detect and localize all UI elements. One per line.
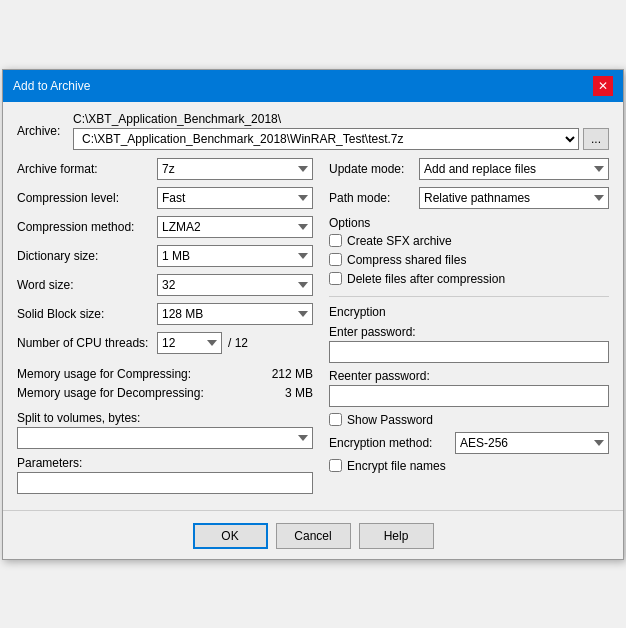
solid-block-row: Solid Block size: 128 MB: [17, 303, 313, 325]
word-size-select[interactable]: 32: [157, 274, 313, 296]
delete-after-checkbox[interactable]: [329, 272, 342, 285]
show-password-row: Show Password: [329, 413, 609, 427]
encrypt-names-label: Encrypt file names: [347, 459, 446, 473]
help-button[interactable]: Help: [359, 523, 434, 549]
enter-password-input[interactable]: [329, 341, 609, 363]
parameters-input[interactable]: [17, 472, 313, 494]
dictionary-size-select[interactable]: 1 MB: [157, 245, 313, 267]
word-size-row: Word size: 32: [17, 274, 313, 296]
memory-compress-row: Memory usage for Compressing: 212 MB: [17, 367, 313, 381]
encryption-section: Encryption Enter password: Reenter passw…: [329, 305, 609, 473]
encryption-method-select[interactable]: AES-256: [455, 432, 609, 454]
path-mode-row: Path mode: Relative pathnames: [329, 187, 609, 209]
dictionary-size-label: Dictionary size:: [17, 249, 157, 263]
compress-shared-checkbox[interactable]: [329, 253, 342, 266]
compression-level-select[interactable]: Fast: [157, 187, 313, 209]
memory-decompress-row: Memory usage for Decompressing: 3 MB: [17, 386, 313, 400]
archive-static-path: C:\XBT_Application_Benchmark_2018\: [73, 112, 609, 126]
memory-decompress-label: Memory usage for Decompressing:: [17, 386, 204, 400]
encryption-method-label: Encryption method:: [329, 436, 449, 450]
create-sfx-row: Create SFX archive: [329, 234, 609, 248]
cancel-button[interactable]: Cancel: [276, 523, 351, 549]
encrypt-names-row: Encrypt file names: [329, 459, 609, 473]
parameters-label: Parameters:: [17, 456, 313, 470]
compression-method-select[interactable]: LZMA2: [157, 216, 313, 238]
bottom-buttons: OK Cancel Help: [3, 510, 623, 559]
reenter-password-input[interactable]: [329, 385, 609, 407]
parameters-row: Parameters:: [17, 456, 313, 494]
compression-level-row: Compression level: Fast: [17, 187, 313, 209]
right-column: Update mode: Add and replace files Path …: [329, 158, 609, 500]
left-column: Archive format: 7z Compression level: Fa…: [17, 158, 313, 500]
split-volumes-select[interactable]: [17, 427, 313, 449]
options-group: Options Create SFX archive Compress shar…: [329, 216, 609, 286]
archive-format-select[interactable]: 7z: [157, 158, 313, 180]
cpu-threads-label: Number of CPU threads:: [17, 336, 157, 350]
archive-row: Archive: C:\XBT_Application_Benchmark_20…: [17, 112, 609, 150]
archive-label: Archive:: [17, 124, 67, 138]
title-bar: Add to Archive ✕: [3, 70, 623, 102]
compression-level-label: Compression level:: [17, 191, 157, 205]
cpu-threads-row: Number of CPU threads: 12 / 12: [17, 332, 313, 354]
cpu-threads-max: / 12: [228, 336, 248, 350]
compress-shared-row: Compress shared files: [329, 253, 609, 267]
path-mode-label: Path mode:: [329, 191, 419, 205]
archive-input-row: C:\XBT_Application_Benchmark_2018\WinRAR…: [73, 128, 609, 150]
encrypt-names-checkbox[interactable]: [329, 459, 342, 472]
create-sfx-checkbox[interactable]: [329, 234, 342, 247]
memory-decompress-value: 3 MB: [285, 386, 313, 400]
encryption-title: Encryption: [329, 305, 609, 319]
delete-after-row: Delete files after compression: [329, 272, 609, 286]
path-mode-select[interactable]: Relative pathnames: [419, 187, 609, 209]
dialog-title: Add to Archive: [13, 79, 90, 93]
archive-path-select[interactable]: C:\XBT_Application_Benchmark_2018\WinRAR…: [73, 128, 579, 150]
dictionary-size-row: Dictionary size: 1 MB: [17, 245, 313, 267]
enter-password-label: Enter password:: [329, 325, 609, 339]
close-button[interactable]: ✕: [593, 76, 613, 96]
memory-compress-value: 212 MB: [272, 367, 313, 381]
word-size-label: Word size:: [17, 278, 157, 292]
options-title: Options: [329, 216, 609, 230]
update-mode-label: Update mode:: [329, 162, 419, 176]
solid-block-select[interactable]: 128 MB: [157, 303, 313, 325]
compression-method-row: Compression method: LZMA2: [17, 216, 313, 238]
encryption-method-row: Encryption method: AES-256: [329, 432, 609, 454]
add-to-archive-dialog: Add to Archive ✕ Archive: C:\XBT_Applica…: [2, 69, 624, 560]
ok-button[interactable]: OK: [193, 523, 268, 549]
solid-block-label: Solid Block size:: [17, 307, 157, 321]
show-password-checkbox[interactable]: [329, 413, 342, 426]
archive-format-row: Archive format: 7z: [17, 158, 313, 180]
show-password-label: Show Password: [347, 413, 433, 427]
archive-path-col: C:\XBT_Application_Benchmark_2018\ C:\XB…: [73, 112, 609, 150]
update-mode-select[interactable]: Add and replace files: [419, 158, 609, 180]
memory-compress-label: Memory usage for Compressing:: [17, 367, 191, 381]
split-volumes-label: Split to volumes, bytes:: [17, 411, 313, 425]
compression-method-label: Compression method:: [17, 220, 157, 234]
delete-after-label: Delete files after compression: [347, 272, 505, 286]
reenter-password-label: Reenter password:: [329, 369, 609, 383]
dialog-content: Archive: C:\XBT_Application_Benchmark_20…: [3, 102, 623, 510]
browse-button[interactable]: ...: [583, 128, 609, 150]
update-mode-row: Update mode: Add and replace files: [329, 158, 609, 180]
archive-format-label: Archive format:: [17, 162, 157, 176]
compress-shared-label: Compress shared files: [347, 253, 466, 267]
create-sfx-label: Create SFX archive: [347, 234, 452, 248]
main-columns: Archive format: 7z Compression level: Fa…: [17, 158, 609, 500]
cpu-threads-select[interactable]: 12: [157, 332, 222, 354]
divider: [329, 296, 609, 297]
split-volumes-row: Split to volumes, bytes:: [17, 411, 313, 449]
